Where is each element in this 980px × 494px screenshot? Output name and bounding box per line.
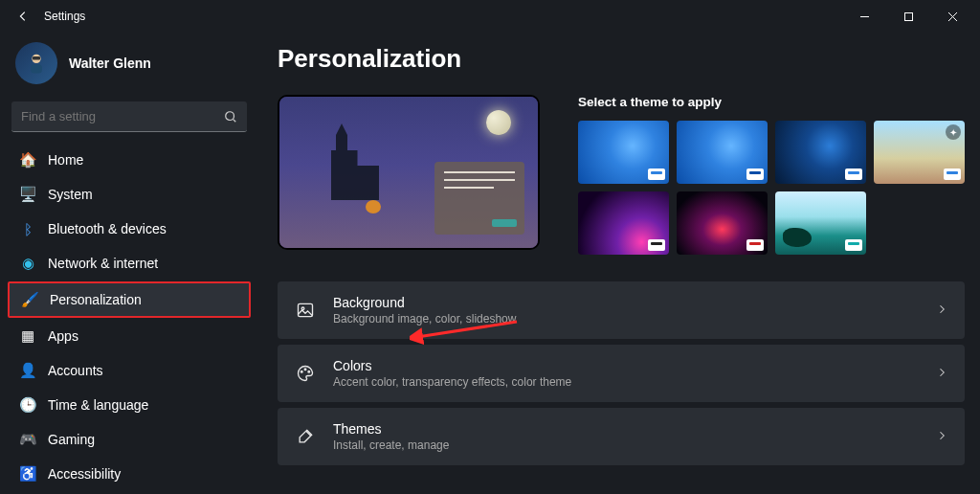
minimize-button[interactable] <box>842 3 886 30</box>
theme-tile-5[interactable] <box>578 191 669 255</box>
sidebar-item-personalization[interactable]: 🖌️Personalization <box>8 281 251 318</box>
accessibility-icon: ♿ <box>19 465 36 483</box>
page-title: Personalization <box>278 44 965 74</box>
personalization-top-row: Select a theme to apply ✦ <box>278 95 965 255</box>
bluetooth-icon: ᛒ <box>19 220 36 237</box>
chevron-right-icon <box>936 428 947 445</box>
sidebar-item-label: Home <box>48 152 83 168</box>
preview-pumpkin <box>366 200 381 213</box>
sidebar-item-label: Time & language <box>48 397 148 413</box>
home-icon: 🏠 <box>19 151 36 168</box>
gaming-icon: 🎮 <box>19 431 36 448</box>
preview-moon <box>486 110 511 135</box>
spotlight-icon: ✦ <box>946 124 961 140</box>
sidebar-item-accessibility[interactable]: ♿Accessibility <box>8 458 251 490</box>
window-title: Settings <box>44 10 85 23</box>
title-bar: Settings <box>0 0 980 33</box>
theme-tile-3[interactable] <box>775 121 866 184</box>
back-button[interactable] <box>6 3 40 30</box>
accounts-icon: 👤 <box>19 362 36 379</box>
sidebar-item-label: System <box>48 187 93 202</box>
desktop-preview <box>278 95 540 250</box>
setting-subtitle: Install, create, manage <box>333 438 919 452</box>
sidebar-item-system[interactable]: 🖥️System <box>8 178 251 211</box>
theme-tile-1[interactable] <box>578 121 669 184</box>
sidebar-item-network[interactable]: ◉Network & internet <box>8 247 251 280</box>
themes-label: Select a theme to apply <box>578 95 965 109</box>
setting-title: Themes <box>333 421 919 437</box>
theme-tile-6[interactable] <box>677 191 768 255</box>
search-input[interactable] <box>11 101 247 132</box>
theme-tile-7[interactable] <box>775 191 866 255</box>
setting-subtitle: Accent color, transparency effects, colo… <box>333 375 919 389</box>
close-button[interactable] <box>930 3 974 30</box>
palette-icon <box>295 363 316 384</box>
themes-grid: ✦ <box>578 121 965 255</box>
avatar <box>15 42 57 84</box>
sidebar-item-home[interactable]: 🏠Home <box>8 144 251 176</box>
user-profile[interactable]: Walter Glenn <box>8 36 251 96</box>
search-container <box>11 101 247 132</box>
svg-rect-1 <box>904 12 912 20</box>
paintbrush-icon: 🖌️ <box>21 291 38 308</box>
avatar-icon <box>23 50 50 77</box>
setting-title: Background <box>333 295 919 310</box>
svg-rect-9 <box>299 303 313 316</box>
brush-icon <box>295 426 316 447</box>
svg-point-12 <box>304 369 306 370</box>
sidebar-item-label: Gaming <box>48 432 95 447</box>
sidebar-item-label: Accessibility <box>48 466 121 482</box>
themes-section: Select a theme to apply ✦ <box>578 95 965 255</box>
preview-window <box>434 162 524 235</box>
svg-rect-5 <box>31 64 42 73</box>
sidebar-item-gaming[interactable]: 🎮Gaming <box>8 423 251 456</box>
svg-line-8 <box>234 120 236 123</box>
theme-tile-4[interactable]: ✦ <box>874 121 965 184</box>
sidebar-item-bluetooth[interactable]: ᛒBluetooth & devices <box>8 213 251 245</box>
svg-rect-6 <box>33 56 40 60</box>
svg-point-13 <box>308 371 310 373</box>
arrow-left-icon <box>16 10 30 23</box>
clock-icon: 🕒 <box>19 396 36 414</box>
setting-themes[interactable]: ThemesInstall, create, manage <box>278 408 965 465</box>
system-icon: 🖥️ <box>19 186 36 203</box>
maximize-icon <box>903 11 914 22</box>
user-name: Walter Glenn <box>69 56 151 71</box>
setting-background[interactable]: BackgroundBackground image, color, slide… <box>278 281 965 339</box>
close-icon <box>947 11 958 22</box>
chevron-right-icon <box>936 365 947 382</box>
maximize-button[interactable] <box>886 3 930 30</box>
sidebar-item-label: Accounts <box>48 363 103 378</box>
minimize-icon <box>859 11 870 22</box>
sidebar-item-label: Apps <box>48 328 78 344</box>
sidebar-item-apps[interactable]: ▦Apps <box>8 320 251 352</box>
theme-tile-2[interactable] <box>677 121 768 184</box>
setting-subtitle: Background image, color, slideshow <box>333 312 919 326</box>
search-icon <box>224 110 237 124</box>
picture-icon <box>295 300 316 321</box>
apps-icon: ▦ <box>19 327 36 345</box>
sidebar-item-accounts[interactable]: 👤Accounts <box>8 354 251 387</box>
main-content: Personalization Select a theme to apply <box>258 33 980 494</box>
svg-point-7 <box>226 112 234 121</box>
sidebar-item-label: Bluetooth & devices <box>48 221 167 236</box>
chevron-right-icon <box>936 302 947 319</box>
svg-point-11 <box>301 371 302 373</box>
wifi-icon: ◉ <box>19 255 36 272</box>
window-controls <box>842 3 974 30</box>
setting-title: Colors <box>333 358 919 373</box>
setting-colors[interactable]: ColorsAccent color, transparency effects… <box>278 345 965 402</box>
sidebar-item-label: Network & internet <box>48 256 158 271</box>
sidebar: Walter Glenn 🏠Home 🖥️System ᛒBluetooth &… <box>0 33 258 494</box>
sidebar-item-time[interactable]: 🕒Time & language <box>8 389 251 421</box>
sidebar-item-label: Personalization <box>50 292 142 307</box>
